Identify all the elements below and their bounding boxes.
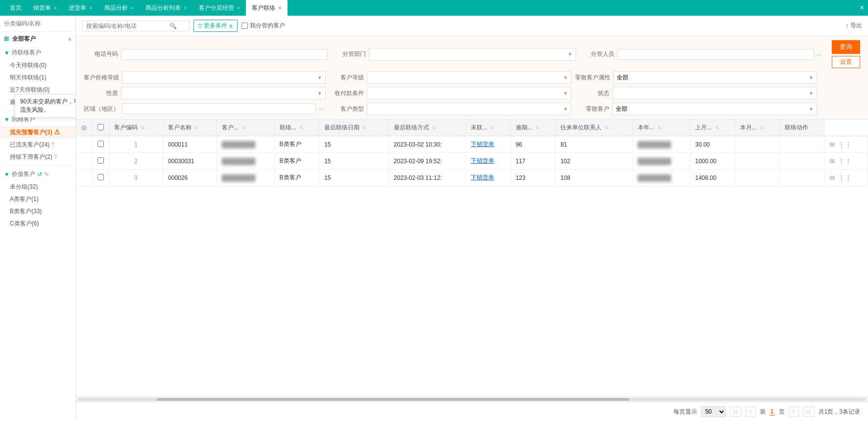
per-page-select[interactable]: 50 100	[701, 406, 726, 417]
first-page-btn[interactable]: |<	[730, 407, 742, 417]
filter-person-dots[interactable]: ···	[814, 50, 824, 58]
sort-last-month-icon[interactable]: ⇅	[715, 125, 719, 130]
filter-region-dots[interactable]: ···	[316, 105, 326, 113]
cell-action-2: ✉ ⋮⋮	[824, 170, 868, 186]
cell-this-year-2: 1408.00	[690, 170, 735, 186]
sidebar-item-at-risk[interactable]: 流失预警客户(3) ⚠	[0, 126, 75, 139]
filter-price-grade-select[interactable]: ▼	[122, 71, 326, 84]
page-suffix: 页	[779, 408, 785, 416]
sort-name-icon[interactable]: ⇅	[194, 125, 198, 130]
filter-region-input[interactable]	[122, 103, 316, 114]
filter-person-label: 分管人员	[580, 50, 614, 58]
filter-retail-select[interactable]: 全部 ▼	[612, 102, 817, 115]
contact-way-link-2[interactable]: 下销货单	[471, 174, 494, 181]
nav-tab-purchase[interactable]: 进货单 ×	[63, 0, 98, 16]
sidebar-group-pending[interactable]: ▼ 待联络客户	[0, 46, 75, 59]
sort-overdue-icon[interactable]: ⇅	[535, 125, 539, 130]
more-action-icon-1[interactable]: ⋮⋮	[838, 157, 852, 165]
cell-action-0: ✉ ⋮⋮	[824, 136, 868, 153]
filter-price-grade-label: 客户价格等级	[84, 74, 119, 82]
row-checkbox-1[interactable]	[97, 157, 104, 164]
nav-tab-analysis-list[interactable]: 商品分析列表 ×	[140, 0, 193, 16]
sidebar-group-value[interactable]: ▼ 价值客户 ↺ ✎	[0, 168, 75, 181]
cell-name-0: ████████	[217, 136, 275, 153]
more-action-icon-0[interactable]: ⋮⋮	[838, 141, 852, 149]
query-button[interactable]: 查询	[832, 40, 860, 54]
table-settings-icon[interactable]: ⚙	[81, 124, 87, 132]
filter-nature-select[interactable]: ▼	[121, 87, 326, 99]
page-label: 第	[760, 408, 766, 416]
row-checkbox-2[interactable]	[97, 174, 104, 180]
sort-contact-icon[interactable]: ⇅	[299, 125, 303, 130]
settings-button[interactable]: 设置	[832, 56, 860, 68]
sort-type-icon[interactable]: ⇅	[241, 125, 245, 130]
close-purchase-icon[interactable]: ×	[89, 5, 92, 11]
row-checkbox-0[interactable]	[97, 141, 104, 147]
sidebar-item-tomorrow[interactable]: 明天待联络(1)	[0, 72, 75, 84]
my-customers-checkbox[interactable]	[241, 23, 248, 29]
close-customer-segment-icon[interactable]: ×	[237, 5, 240, 11]
prev-page-btn[interactable]: <	[746, 407, 756, 417]
sidebar-all-customers[interactable]: ⊞ 全部客户 «	[0, 32, 75, 46]
filter-btn[interactable]: ▽ 更多条件 ∧	[193, 20, 238, 32]
contact-action-icon-1[interactable]: ✉	[829, 157, 835, 165]
edit-icon[interactable]: ✎	[44, 171, 49, 178]
current-page: 1	[770, 408, 775, 416]
close-customer-link-icon[interactable]: ×	[278, 5, 281, 11]
sort-code-icon[interactable]: ⇅	[141, 125, 145, 130]
filter-customer-type-select[interactable]: ▼	[367, 102, 572, 115]
sort-unit-icon[interactable]: ⇅	[605, 125, 609, 130]
next-page-btn[interactable]: >	[789, 407, 799, 417]
contact-action-icon-2[interactable]: ✉	[829, 174, 835, 182]
contact-way-link-1[interactable]: 下销货单	[471, 157, 494, 164]
action-icons-0: ✉ ⋮⋮	[829, 141, 863, 149]
select-all-checkbox[interactable]	[97, 124, 104, 130]
sidebar-search-input[interactable]	[4, 20, 76, 27]
sort-year-icon[interactable]: ⇅	[657, 125, 661, 130]
my-customers-check[interactable]: 我分管的客户	[241, 22, 285, 30]
filter-retail-attr-value: 全部	[617, 74, 628, 82]
close-sales-icon[interactable]: ×	[54, 5, 57, 11]
nav-tab-customer-link-label: 客户联络	[252, 4, 275, 12]
refresh-icon[interactable]: ↺	[37, 171, 42, 178]
nav-tab-analysis[interactable]: 商品分析 ×	[98, 0, 140, 16]
filter-dept-select[interactable]: ▼	[369, 48, 576, 61]
sidebar-item-today[interactable]: 今天待联络(0)	[0, 59, 75, 72]
last-page-btn[interactable]: >|	[803, 407, 815, 417]
filter-phone-input[interactable]	[121, 49, 328, 60]
sidebar-item-a-class[interactable]: A类客户(1)	[0, 193, 75, 205]
more-action-icon-2[interactable]: ⋮⋮	[838, 174, 852, 182]
sort-way-icon[interactable]: ⇅	[432, 125, 436, 130]
search-bar: 🔍 ▽ 更多条件 ∧ 我分管的客户 ↑ 导出	[76, 16, 868, 36]
export-btn[interactable]: ↑ 导出	[845, 22, 862, 30]
sort-uncontacted-icon[interactable]: ⇅	[490, 125, 494, 130]
chevron-down-icon-3: ▼	[563, 75, 568, 80]
sidebar-item-declining[interactable]: 持续下滑客户(2) ?	[0, 151, 75, 163]
contact-action-icon-0[interactable]: ✉	[829, 141, 835, 149]
filter-payment-select[interactable]: ▼	[367, 87, 572, 99]
sort-this-month-icon[interactable]: ⇅	[760, 125, 764, 130]
sidebar-item-c-class[interactable]: C类客户(6)	[0, 218, 75, 230]
sidebar-item-ungrouped[interactable]: 未分组(32)	[0, 181, 75, 193]
sidebar-item-lost[interactable]: 已流失客户(24) ?	[0, 139, 75, 151]
horizontal-scrollbar[interactable]	[76, 396, 868, 402]
close-analysis-icon[interactable]: ×	[131, 5, 134, 11]
search-submit-icon[interactable]: 🔍	[169, 23, 177, 29]
nav-tab-home[interactable]: 首页	[4, 0, 27, 16]
close-all-button[interactable]: ×	[860, 3, 864, 12]
contact-way-link-0[interactable]: 下销货单	[471, 141, 494, 148]
collapse-icon[interactable]: «	[68, 36, 72, 43]
th-last-way: 最后联络方式 ⇅	[388, 120, 465, 136]
filter-customer-grade-select[interactable]: ▼	[367, 71, 572, 84]
filter-person-input[interactable]	[617, 49, 815, 60]
sort-date-icon[interactable]: ⇅	[362, 125, 366, 130]
filter-status-select[interactable]: ▼	[612, 87, 817, 99]
search-input[interactable]	[86, 23, 169, 29]
sidebar-item-b-class[interactable]: B类客户(33)	[0, 205, 75, 218]
close-analysis-list-icon[interactable]: ×	[184, 5, 187, 11]
nav-tab-sales[interactable]: 销货单 ×	[27, 0, 63, 16]
nav-tab-customer-link[interactable]: 客户联络 ×	[246, 0, 287, 16]
scrollbar-thumb[interactable]	[157, 398, 629, 401]
filter-retail-attr-select[interactable]: 全部 ▼	[613, 71, 817, 84]
nav-tab-customer-segment[interactable]: 客户分层经营 ×	[193, 0, 246, 16]
